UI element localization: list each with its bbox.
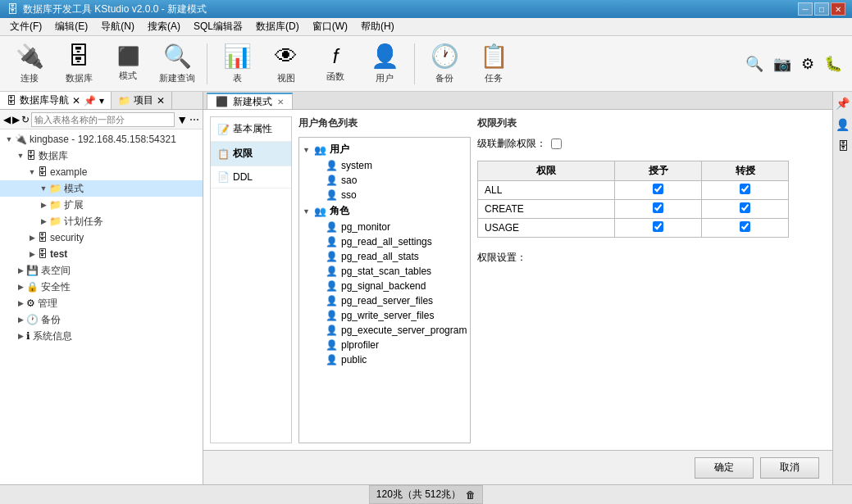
tab-db-nav[interactable]: 🗄 数据库导航 ✕ 📌 ▾ bbox=[0, 92, 112, 109]
search-button[interactable]: 🔍 bbox=[742, 52, 767, 76]
cascade-checkbox[interactable] bbox=[551, 138, 562, 149]
role-pg-signal[interactable]: 👤 pg_signal_backend bbox=[299, 279, 470, 293]
backup-button[interactable]: 🕐 备份 bbox=[421, 40, 467, 88]
menu-db[interactable]: 数据库(D) bbox=[249, 18, 306, 35]
minimize-button[interactable]: ─ bbox=[798, 2, 813, 16]
new-query-button[interactable]: 🔍 新建查询 bbox=[154, 40, 200, 88]
connect-button[interactable]: 🔌 连接 bbox=[7, 40, 52, 88]
user-system[interactable]: 👤 system bbox=[299, 158, 470, 173]
far-icon-pin[interactable]: 📌 bbox=[834, 95, 851, 111]
menu-sql[interactable]: SQL编辑器 bbox=[187, 18, 249, 35]
tab-icon: ⬛ bbox=[216, 96, 228, 107]
schema-button[interactable]: ⬛ 模式 bbox=[105, 40, 151, 88]
role-group-header[interactable]: ▼ 👥 角色 bbox=[299, 202, 470, 220]
close-button[interactable]: ✕ bbox=[831, 2, 845, 16]
far-icon-db[interactable]: 🗄 bbox=[836, 138, 850, 154]
title-bar: 🗄 数据库开发工具 KStudio v2.0.0 - 新建模式 ─ □ ✕ bbox=[0, 0, 852, 18]
tree-row-7[interactable]: ▶ 🗄 test bbox=[0, 246, 203, 262]
tree-row-4[interactable]: ▶ 📁 扩展 bbox=[0, 197, 203, 213]
tree-row-0[interactable]: ▼ 🔌 kingbase - 192.168.45.158:54321 bbox=[0, 131, 203, 148]
perm-grant-usage-checkbox[interactable] bbox=[653, 221, 663, 232]
view-button[interactable]: 👁 视图 bbox=[263, 40, 309, 88]
perm-grant-all-checkbox[interactable] bbox=[653, 184, 663, 194]
user-sso[interactable]: 👤 sso bbox=[299, 188, 470, 202]
role-icon-plp: 👤 bbox=[326, 339, 338, 351]
tree-row-8[interactable]: ▶ 💾 表空间 bbox=[0, 262, 203, 279]
menu-file[interactable]: 文件(F) bbox=[3, 18, 48, 35]
db-nav-close[interactable]: ✕ bbox=[72, 95, 80, 107]
tree-row-12[interactable]: ▶ ℹ 系统信息 bbox=[0, 328, 203, 344]
perm-grant-all[interactable] bbox=[615, 181, 702, 200]
nav-forward-btn[interactable]: ▶ bbox=[12, 114, 20, 125]
toolbar-icon2[interactable]: 📷 bbox=[770, 52, 795, 76]
role-pg-execute[interactable]: 👤 pg_execute_server_program bbox=[299, 323, 470, 338]
confirm-button[interactable]: 确定 bbox=[695, 457, 754, 479]
tree-row-1[interactable]: ▼ 🗄 数据库 bbox=[0, 148, 203, 164]
role-pg-stat-scan[interactable]: 👤 pg_stat_scan_tables bbox=[299, 264, 470, 279]
toolbar-separator2 bbox=[414, 43, 415, 84]
icon-0: 🔌 bbox=[15, 134, 27, 145]
db-nav-pin[interactable]: 📌 bbox=[84, 95, 96, 107]
tab-close-btn[interactable]: ✕ bbox=[277, 98, 284, 107]
database-button[interactable]: 🗄 数据库 bbox=[56, 40, 102, 88]
filter-icon[interactable]: ▼ bbox=[176, 113, 188, 126]
far-icon-user[interactable]: 👤 bbox=[834, 116, 851, 133]
toolbar-icon3[interactable]: ⚙ bbox=[798, 52, 818, 76]
role-pg-monitor[interactable]: 👤 pg_monitor bbox=[299, 220, 470, 234]
role-icon-pg-wsf: 👤 bbox=[326, 310, 338, 321]
menu-search[interactable]: 搜索(A) bbox=[141, 18, 187, 35]
editor-left-nav: 📝 基本属性 📋 权限 📄 DDL bbox=[210, 116, 292, 443]
tree-row-9[interactable]: ▶ 🔒 安全性 bbox=[0, 279, 203, 295]
perm-withgrant-usage[interactable] bbox=[702, 219, 789, 238]
cancel-button[interactable]: 取消 bbox=[760, 457, 819, 479]
menu-window[interactable]: 窗口(W) bbox=[306, 18, 354, 35]
table-button[interactable]: 📊 表 bbox=[214, 40, 260, 88]
user-sao[interactable]: 👤 sao bbox=[299, 173, 470, 188]
role-public[interactable]: 👤 public bbox=[299, 352, 470, 367]
tree-row-5[interactable]: ▶ 📁 计划任务 bbox=[0, 213, 203, 229]
perm-withgrant-create-checkbox[interactable] bbox=[740, 202, 750, 213]
tree-row-11[interactable]: ▶ 🕐 备份 bbox=[0, 311, 203, 328]
maximize-button[interactable]: □ bbox=[814, 2, 829, 16]
role-pg-read-server[interactable]: 👤 pg_read_server_files bbox=[299, 293, 470, 308]
task-button[interactable]: 📋 任务 bbox=[471, 40, 517, 88]
nav-refresh-btn[interactable]: ↻ bbox=[21, 114, 30, 125]
menu-help[interactable]: 帮助(H) bbox=[354, 18, 401, 35]
role-pg-write-server[interactable]: 👤 pg_write_server_files bbox=[299, 308, 470, 323]
status-trash-icon[interactable]: 🗑 bbox=[466, 489, 476, 501]
tree-search-input[interactable] bbox=[31, 112, 175, 127]
perm-withgrant-create[interactable] bbox=[702, 200, 789, 219]
perm-withgrant-all-checkbox[interactable] bbox=[740, 184, 750, 194]
menu-nav[interactable]: 导航(N) bbox=[94, 18, 141, 35]
tree-row-3[interactable]: ▼ 📁 模式 bbox=[0, 180, 203, 197]
nav-permissions[interactable]: 📋 权限 bbox=[211, 142, 291, 166]
role-plprofiler[interactable]: 👤 plprofiler bbox=[299, 338, 470, 352]
tree-row-10[interactable]: ▶ ⚙ 管理 bbox=[0, 295, 203, 311]
user-group-label: 用户 bbox=[330, 143, 349, 157]
user-button[interactable]: 👤 用户 bbox=[362, 40, 408, 88]
perm-grant-create[interactable] bbox=[615, 200, 702, 219]
nav-back-btn[interactable]: ◀ bbox=[3, 114, 11, 125]
tree-row-2[interactable]: ▼ 🗄 example bbox=[0, 164, 203, 180]
perm-grant-usage[interactable] bbox=[615, 219, 702, 238]
project-close[interactable]: ✕ bbox=[157, 95, 165, 107]
menu-edit[interactable]: 编辑(E) bbox=[48, 18, 94, 35]
perm-withgrant-usage-checkbox[interactable] bbox=[740, 221, 750, 232]
tree-row-6[interactable]: ▶ 🗄 security bbox=[0, 229, 203, 246]
role-pg-read-all-stats[interactable]: 👤 pg_read_all_stats bbox=[299, 249, 470, 264]
tab-project[interactable]: 📁 项目 ✕ bbox=[112, 92, 172, 109]
editor-tab-new-schema[interactable]: ⬛ 新建模式 ✕ bbox=[207, 93, 293, 109]
user-role-list[interactable]: ▼ 👥 用户 👤 system 👤 sao bbox=[298, 137, 471, 443]
icon-5: 📁 bbox=[49, 216, 62, 227]
nav-ddl[interactable]: 📄 DDL bbox=[211, 166, 291, 188]
function-button[interactable]: f 函数 bbox=[312, 40, 358, 88]
user-group-header[interactable]: ▼ 👥 用户 bbox=[299, 141, 470, 158]
nav-basic-props[interactable]: 📝 基本属性 bbox=[211, 117, 291, 142]
role-label-plp: plprofiler bbox=[341, 339, 379, 351]
panel-menu-icon[interactable]: ⋯ bbox=[189, 114, 199, 125]
perm-withgrant-all[interactable] bbox=[702, 181, 789, 200]
role-pg-read-all-settings[interactable]: 👤 pg_read_all_settings bbox=[299, 234, 470, 249]
toolbar-icon4[interactable]: 🐛 bbox=[821, 52, 845, 76]
perm-grant-create-checkbox[interactable] bbox=[653, 202, 663, 213]
db-nav-menu[interactable]: ▾ bbox=[99, 95, 104, 107]
